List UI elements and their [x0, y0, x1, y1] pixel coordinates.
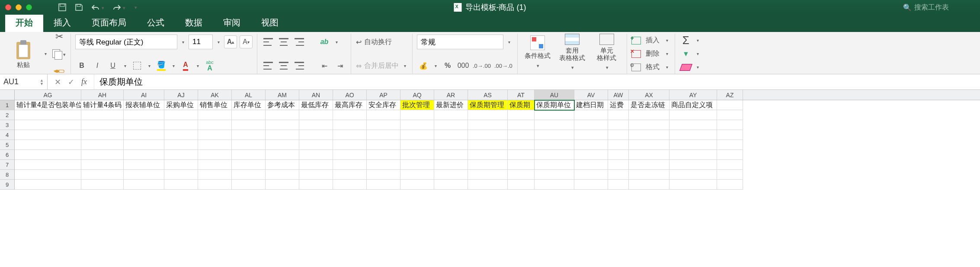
column-header-AO[interactable]: AO	[333, 90, 367, 100]
tab-4[interactable]: 数据	[175, 13, 213, 32]
undo-icon[interactable]	[91, 3, 104, 11]
cell-AR7[interactable]	[434, 160, 468, 170]
cell-AP9[interactable]	[367, 180, 400, 190]
cell-AI6[interactable]	[124, 150, 164, 160]
cell-AZ3[interactable]	[717, 120, 743, 130]
cell-AJ3[interactable]	[164, 120, 198, 130]
cell-AH7[interactable]	[81, 160, 124, 170]
cell-AW9[interactable]	[608, 180, 629, 190]
cell-AW2[interactable]	[608, 110, 629, 120]
cell-AN9[interactable]	[299, 180, 333, 190]
cell-AM7[interactable]	[266, 160, 299, 170]
column-header-AR[interactable]: AR	[434, 90, 468, 100]
column-header-AJ[interactable]: AJ	[164, 90, 198, 100]
align-right-button[interactable]	[293, 59, 306, 72]
orientation-dropdown[interactable]: ▾	[333, 40, 339, 44]
cell-AT7[interactable]	[508, 160, 535, 170]
cell-AL3[interactable]	[232, 120, 266, 130]
row-header-6[interactable]: 6	[0, 150, 15, 160]
cell-AZ6[interactable]	[717, 150, 743, 160]
row-header-5[interactable]: 5	[0, 140, 15, 150]
cell-AR8[interactable]	[434, 170, 468, 180]
cell-AG9[interactable]	[15, 180, 81, 190]
paste-button[interactable]: 粘贴	[8, 35, 39, 73]
cell-AR9[interactable]	[434, 180, 468, 190]
cell-AL1[interactable]: 库存单位	[232, 100, 266, 110]
cell-AO8[interactable]	[333, 170, 367, 180]
row-header-3[interactable]: 3	[0, 120, 15, 130]
format-painter-button[interactable]: 🖌	[52, 65, 66, 78]
font-name-combo[interactable]	[75, 35, 177, 49]
cell-AW3[interactable]	[608, 120, 629, 130]
cell-AV2[interactable]	[574, 110, 608, 120]
cell-AO2[interactable]	[333, 110, 367, 120]
cell-AZ5[interactable]	[717, 140, 743, 150]
row-header-9[interactable]: 9	[0, 180, 15, 190]
cell-AO3[interactable]	[333, 120, 367, 130]
cell-AI1[interactable]: 报表辅单位	[124, 100, 164, 110]
cell-AS4[interactable]	[468, 130, 508, 140]
cell-AN2[interactable]	[299, 110, 333, 120]
cell-AS9[interactable]	[468, 180, 508, 190]
cell-AG4[interactable]	[15, 130, 81, 140]
align-center-button[interactable]	[277, 59, 290, 72]
cell-AK1[interactable]: 销售单位	[198, 100, 232, 110]
cell-AW1[interactable]: 运费	[608, 100, 629, 110]
cell-AS8[interactable]	[468, 170, 508, 180]
cell-AI5[interactable]	[124, 140, 164, 150]
orientation-button[interactable]: ab	[318, 35, 331, 48]
cell-styles-button[interactable]: 单元 格样式	[591, 34, 622, 71]
column-header-AX[interactable]: AX	[629, 90, 669, 100]
cell-AX7[interactable]	[629, 160, 669, 170]
cell-AN3[interactable]	[299, 120, 333, 130]
tab-3[interactable]: 公式	[137, 13, 175, 32]
cell-AK4[interactable]	[198, 130, 232, 140]
cell-AW4[interactable]	[608, 130, 629, 140]
minimize-window-button[interactable]	[16, 4, 22, 10]
cell-AM8[interactable]	[266, 170, 299, 180]
fill-color-button[interactable]: 🪣	[155, 59, 168, 72]
column-header-AZ[interactable]: AZ	[717, 90, 743, 100]
cell-AQ5[interactable]	[400, 140, 434, 150]
borders-button[interactable]	[131, 59, 144, 72]
cell-AT9[interactable]	[508, 180, 535, 190]
currency-dropdown[interactable]: ▾	[432, 64, 439, 68]
cell-AT1[interactable]: 保质期	[508, 100, 535, 110]
number-format-dropdown[interactable]: ▾	[506, 40, 512, 44]
cell-AS5[interactable]	[468, 140, 508, 150]
underline-button[interactable]: U	[106, 59, 119, 72]
cell-AP3[interactable]	[367, 120, 400, 130]
cell-AJ4[interactable]	[164, 130, 198, 140]
cell-AO5[interactable]	[333, 140, 367, 150]
spreadsheet-grid[interactable]: AGAHAIAJAKALAMANAOAPAQARASATAUAVAWAXAYAZ…	[0, 90, 980, 190]
cell-AZ7[interactable]	[717, 160, 743, 170]
cell-AO4[interactable]	[333, 130, 367, 140]
cell-AZ2[interactable]	[717, 110, 743, 120]
format-cells-button[interactable]: 格式	[645, 61, 660, 74]
cell-AT3[interactable]	[508, 120, 535, 130]
column-header-AN[interactable]: AN	[299, 90, 333, 100]
tab-0[interactable]: 开始	[5, 13, 43, 32]
align-bottom-button[interactable]	[293, 35, 306, 48]
cell-AR4[interactable]	[434, 130, 468, 140]
row-header-4[interactable]: 4	[0, 130, 15, 140]
cell-AJ6[interactable]	[164, 150, 198, 160]
cell-AW5[interactable]	[608, 140, 629, 150]
cell-AX6[interactable]	[629, 150, 669, 160]
cell-AP7[interactable]	[367, 160, 400, 170]
cell-AI9[interactable]	[124, 180, 164, 190]
cell-AQ4[interactable]	[400, 130, 434, 140]
column-header-AL[interactable]: AL	[232, 90, 266, 100]
namebox-stepper[interactable]: ▲▼	[40, 79, 44, 86]
currency-button[interactable]: 💰	[417, 59, 430, 72]
cell-AL7[interactable]	[232, 160, 266, 170]
cell-AL8[interactable]	[232, 170, 266, 180]
cell-AJ9[interactable]	[164, 180, 198, 190]
autosum-button[interactable]: Σ	[679, 34, 692, 47]
cell-AM3[interactable]	[266, 120, 299, 130]
cell-AG7[interactable]	[15, 160, 81, 170]
cell-AI8[interactable]	[124, 170, 164, 180]
cell-AG1[interactable]: 辅计量4是否包装单位	[15, 100, 81, 110]
clear-button[interactable]	[679, 61, 692, 74]
align-top-button[interactable]	[262, 35, 275, 48]
